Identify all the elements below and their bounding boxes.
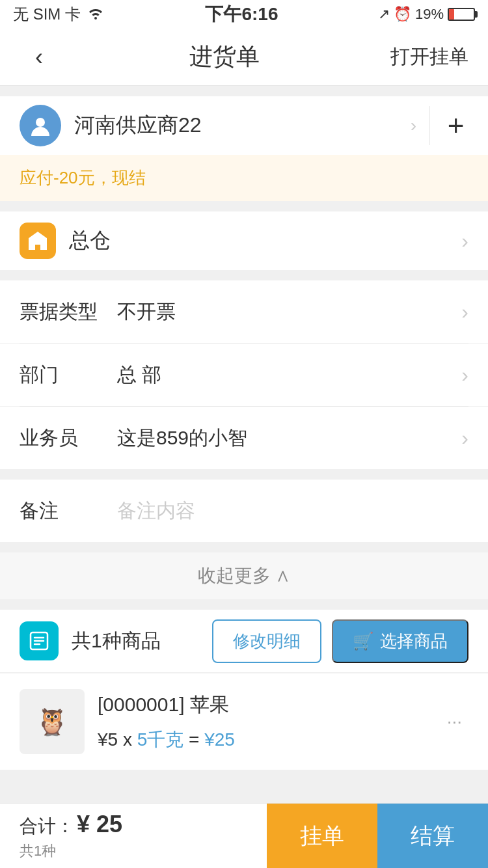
- page-title: 进货单: [189, 41, 260, 73]
- ticket-type-row[interactable]: 票据类型 不开票 ›: [0, 280, 488, 343]
- product-quantity: 5千克: [137, 729, 184, 750]
- warehouse-icon: [20, 223, 56, 259]
- sales-person-value: 这是859的小智: [117, 425, 461, 452]
- department-chevron-icon: ›: [461, 363, 468, 387]
- wifi-icon: [86, 5, 105, 23]
- product-header-icon: [20, 621, 59, 660]
- hang-order-button[interactable]: 挂单: [267, 804, 377, 868]
- select-product-button[interactable]: 🛒 选择商品: [332, 619, 468, 663]
- equals-sign: =: [189, 729, 204, 750]
- gps-icon: ↗: [378, 6, 390, 23]
- gap2: [0, 201, 488, 211]
- add-supplier-button[interactable]: +: [429, 106, 468, 145]
- product-total: ¥25: [204, 729, 235, 750]
- status-time: 下午6:16: [205, 2, 278, 27]
- status-right: ↗ ⏰ 19%: [378, 6, 475, 23]
- checkout-button[interactable]: 结算: [377, 804, 488, 868]
- cart-icon: 🛒: [353, 631, 373, 651]
- ticket-type-chevron-icon: ›: [461, 300, 468, 324]
- warehouse-row[interactable]: 总仓 ›: [0, 211, 488, 270]
- total-label: 合计：: [20, 814, 74, 839]
- select-product-label: 选择商品: [380, 630, 448, 653]
- warehouse-label: 总仓: [69, 226, 461, 255]
- back-button[interactable]: ‹: [20, 38, 59, 77]
- remark-row[interactable]: 备注 备注内容: [0, 480, 488, 542]
- product-header: 共1种商品 修改明细 🛒 选择商品: [0, 610, 488, 672]
- price-value: ¥5: [98, 729, 118, 750]
- gap5: [0, 542, 488, 552]
- checkout-label: 结算: [411, 821, 455, 851]
- supplier-section: 河南供应商22 › +: [0, 96, 488, 155]
- carrier-label: 无 SIM 卡: [13, 4, 81, 25]
- total-section: 合计： ¥ 25 共1种: [0, 804, 267, 868]
- gap4: [0, 469, 488, 480]
- battery-icon: [448, 8, 475, 21]
- collapse-toggle-label: 收起更多 ∧: [198, 563, 291, 588]
- status-bar: 无 SIM 卡 下午6:16 ↗ ⏰ 19%: [0, 0, 488, 29]
- status-left: 无 SIM 卡: [13, 4, 105, 25]
- notice-banner: 应付-20元，现结: [0, 155, 488, 201]
- supplier-avatar: [20, 105, 61, 146]
- hang-label: 挂单: [300, 821, 344, 851]
- bottom-bar: 合计： ¥ 25 共1种 挂单 结算: [0, 803, 488, 868]
- gap1: [0, 86, 488, 96]
- warehouse-chevron-icon: ›: [461, 229, 468, 253]
- department-label: 部门: [20, 362, 98, 388]
- department-value: 总 部: [117, 362, 461, 388]
- gap3: [0, 270, 488, 280]
- gap6: [0, 599, 488, 610]
- remark-label: 备注: [20, 498, 98, 524]
- product-placeholder-icon: 🦉: [36, 707, 68, 737]
- notice-text: 应付-20元，现结: [20, 168, 146, 187]
- sales-person-chevron-icon: ›: [461, 426, 468, 450]
- department-row[interactable]: 部门 总 部 ›: [0, 344, 488, 406]
- alarm-icon: ⏰: [394, 6, 411, 23]
- supplier-chevron-icon: ›: [411, 115, 416, 136]
- ticket-type-label: 票据类型: [20, 299, 98, 325]
- product-info: [0000001] 苹果 ¥5 x 5千克 = ¥25: [98, 692, 441, 752]
- sales-person-row[interactable]: 业务员 这是859的小智 ›: [0, 407, 488, 469]
- product-price: ¥5 x 5千克 = ¥25: [98, 727, 441, 752]
- battery-percentage: 19%: [415, 6, 444, 23]
- ticket-type-value: 不开票: [117, 299, 461, 325]
- supplier-name[interactable]: 河南供应商22: [74, 111, 411, 140]
- product-more-button[interactable]: ···: [441, 705, 468, 739]
- sales-person-label: 业务员: [20, 425, 98, 452]
- open-pending-button[interactable]: 打开挂单: [390, 44, 468, 70]
- total-amount: ¥ 25: [77, 811, 122, 838]
- product-thumbnail: 🦉: [20, 689, 85, 754]
- remark-input[interactable]: 备注内容: [117, 498, 468, 524]
- product-card: 🦉 [0000001] 苹果 ¥5 x 5千克 = ¥25 ···: [0, 673, 488, 770]
- collapse-toggle-button[interactable]: 收起更多 ∧: [0, 552, 488, 599]
- product-count-label: 共1种商品: [72, 628, 212, 655]
- total-row: 合计： ¥ 25: [20, 811, 247, 839]
- nav-bar: ‹ 进货单 打开挂单: [0, 29, 488, 86]
- svg-point-0: [36, 118, 45, 127]
- price-separator: x: [123, 729, 137, 750]
- total-sub-label: 共1种: [20, 841, 247, 861]
- product-name: [0000001] 苹果: [98, 692, 441, 718]
- edit-detail-button[interactable]: 修改明细: [212, 619, 321, 663]
